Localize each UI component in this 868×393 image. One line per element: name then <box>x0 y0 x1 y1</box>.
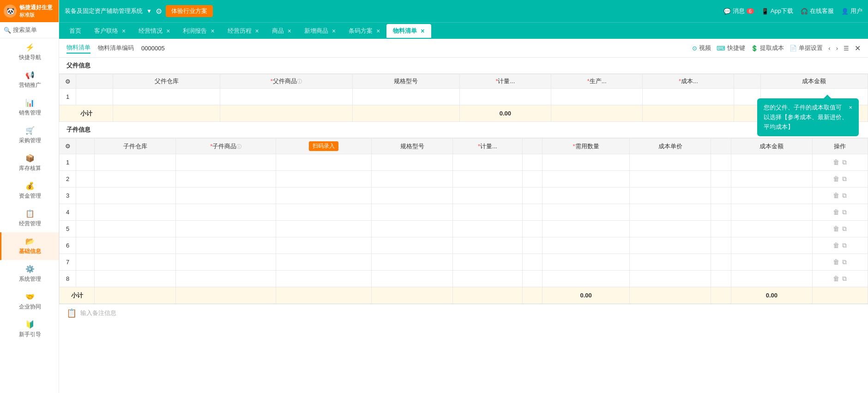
tab-close-biz-history[interactable]: × <box>255 27 259 35</box>
child-cell-unit[interactable] <box>453 171 522 187</box>
app-download-button[interactable]: 📱 App下载 <box>761 7 793 15</box>
child-cell-unit[interactable] <box>453 221 522 237</box>
nav-prev[interactable]: ‹ <box>828 45 830 52</box>
child-cell-unit[interactable] <box>453 254 522 271</box>
tab-close-operation-status[interactable]: × <box>166 27 170 35</box>
user-button[interactable]: 👤 用户 <box>841 7 862 15</box>
child-cell-unit-cost[interactable] <box>630 154 711 171</box>
child-cell-unit-cost[interactable] <box>630 204 711 221</box>
child-cell-goods[interactable] <box>176 187 276 204</box>
child-cell-unit-cost[interactable] <box>630 254 711 271</box>
delete-icon[interactable]: 🗑 <box>833 192 839 200</box>
tab-biz-history[interactable]: 经营历程× <box>221 24 265 38</box>
child-cell-goods[interactable] <box>176 254 276 271</box>
child-cell-spec[interactable] <box>372 171 453 187</box>
child-cell-spec[interactable] <box>372 204 453 221</box>
child-cell-qty[interactable] <box>542 171 630 187</box>
sidebar-item-guide[interactable]: 🔰 新手引导 <box>0 315 59 343</box>
tab-operation-status[interactable]: 经营情况× <box>132 24 176 38</box>
parent-row-warehouse[interactable] <box>113 89 220 105</box>
child-cell-unit[interactable] <box>453 237 522 254</box>
parent-row-goods[interactable] <box>220 89 352 105</box>
parent-row-cost[interactable] <box>643 89 734 105</box>
tab-customer[interactable]: 客户联络× <box>88 24 132 38</box>
settings-icon[interactable]: ⚙ <box>156 7 162 16</box>
child-cell-warehouse[interactable] <box>95 171 176 187</box>
copy-icon[interactable]: ⧉ <box>842 225 847 233</box>
shortcut-action[interactable]: ⌨ 快捷键 <box>717 44 745 52</box>
child-cell-unit-cost[interactable] <box>630 221 711 237</box>
sidebar-item-system[interactable]: ⚙️ 系统管理 <box>0 260 59 288</box>
child-cell-unit-cost[interactable] <box>630 237 711 254</box>
cost-action[interactable]: 💲 提取成本 <box>751 44 784 52</box>
child-cell-qty[interactable] <box>542 204 630 221</box>
message-button[interactable]: 💬 消息 6 <box>723 7 754 15</box>
child-cell-qty[interactable] <box>542 271 630 287</box>
child-cell-spec[interactable] <box>372 237 453 254</box>
child-cell-goods[interactable] <box>176 154 276 171</box>
note-label[interactable]: 输入备注信息 <box>80 309 116 317</box>
child-cell-unit-cost[interactable] <box>630 171 711 187</box>
sidebar-item-purchase[interactable]: 🛒 采购管理 <box>0 121 59 149</box>
sidebar-item-quick-nav[interactable]: ⚡ 快捷导航 <box>0 38 59 66</box>
child-cell-qty[interactable] <box>542 254 630 271</box>
child-cell-spec[interactable] <box>372 221 453 237</box>
child-cell-warehouse[interactable] <box>95 221 176 237</box>
view-action[interactable]: ⊙ 视频 <box>692 44 711 52</box>
tab-barcode[interactable]: 条码方案× <box>342 24 386 38</box>
child-cell-qty[interactable] <box>542 154 630 171</box>
child-cell-warehouse[interactable] <box>95 204 176 221</box>
parent-row-production[interactable] <box>551 89 642 105</box>
child-cell-goods[interactable] <box>176 171 276 187</box>
child-cell-unit-cost[interactable] <box>630 187 711 204</box>
child-cell-warehouse[interactable] <box>95 254 176 271</box>
tab-close-customer[interactable]: × <box>122 27 126 35</box>
child-cell-warehouse[interactable] <box>95 187 176 204</box>
tab-bom[interactable]: 物料清单× <box>386 24 431 38</box>
child-cell-goods[interactable] <box>176 237 276 254</box>
sidebar-item-finance[interactable]: 💰 资金管理 <box>0 177 59 205</box>
tab-home[interactable]: 首页 <box>63 24 88 38</box>
delete-icon[interactable]: 🗑 <box>833 258 839 266</box>
child-cell-goods[interactable] <box>176 271 276 287</box>
child-cell-spec[interactable] <box>372 254 453 271</box>
tab-profit[interactable]: 利润报告× <box>176 24 221 38</box>
trial-button[interactable]: 体验行业方案 <box>166 5 213 17</box>
tab-goods[interactable]: 商品× <box>265 24 298 38</box>
system-dropdown[interactable]: ▼ <box>146 8 152 14</box>
child-cell-warehouse[interactable] <box>95 237 176 254</box>
parent-row-spec[interactable] <box>352 89 459 105</box>
child-cell-qty[interactable] <box>542 237 630 254</box>
delete-icon[interactable]: 🗑 <box>833 242 839 249</box>
delete-icon[interactable]: 🗑 <box>833 208 839 216</box>
copy-icon[interactable]: ⧉ <box>842 275 847 283</box>
doc-settings-action[interactable]: 📄 单据设置 <box>790 44 823 52</box>
sidebar-item-inventory[interactable]: 📦 库存核算 <box>0 149 59 177</box>
child-cell-spec[interactable] <box>372 271 453 287</box>
child-cell-goods[interactable] <box>176 204 276 221</box>
menu-icon[interactable]: ☰ <box>844 45 849 52</box>
copy-icon[interactable]: ⧉ <box>842 258 847 266</box>
tab-close-barcode[interactable]: × <box>376 27 380 35</box>
delete-icon[interactable]: 🗑 <box>833 225 839 233</box>
sidebar-item-collab[interactable]: 🤝 企业协同 <box>0 288 59 315</box>
copy-icon[interactable]: ⧉ <box>842 208 847 216</box>
tab-close-new-goods[interactable]: × <box>332 27 336 35</box>
tab-new-goods[interactable]: 新增商品× <box>298 24 342 38</box>
tab-close-goods[interactable]: × <box>288 27 291 35</box>
tooltip-close-button[interactable]: × <box>849 103 852 113</box>
service-button[interactable]: 🎧 在线客服 <box>801 7 834 15</box>
child-cell-spec[interactable] <box>372 187 453 204</box>
copy-icon[interactable]: ⧉ <box>842 242 847 249</box>
sub-tab-bom-list[interactable]: 物料清单 <box>66 42 90 54</box>
parent-row-unit[interactable] <box>459 89 551 105</box>
search-menu[interactable]: 🔍 搜索菜单 <box>0 22 59 38</box>
tab-close-bom[interactable]: × <box>421 27 424 35</box>
delete-icon[interactable]: 🗑 <box>833 175 839 183</box>
parent-col-settings[interactable]: ⚙ <box>60 74 76 89</box>
close-icon[interactable]: ✕ <box>855 44 861 53</box>
nav-next[interactable]: › <box>836 45 838 52</box>
copy-icon[interactable]: ⧉ <box>842 192 847 200</box>
copy-icon[interactable]: ⧉ <box>842 158 847 166</box>
delete-icon[interactable]: 🗑 <box>833 158 839 166</box>
